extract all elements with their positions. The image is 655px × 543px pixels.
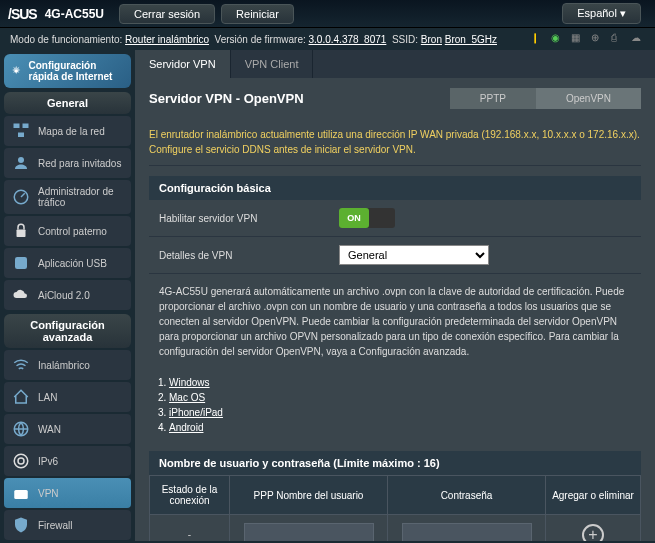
basic-config-header: Configuración básica [149,176,641,200]
user-table: Estado de la conexión PPP Nombre del usu… [149,475,641,541]
brand-logo: /SUS [8,6,37,22]
col-action: Agregar o eliminar [546,476,641,515]
signal-icon[interactable]: ❙ [531,32,545,46]
description-text: 4G-AC55U generará automáticamente un arc… [149,274,641,369]
col-password: Contraseña [388,476,546,515]
model-name: 4G-AC55U [45,7,104,21]
svg-rect-1 [14,124,20,129]
page-title: Servidor VPN - OpenVPN [149,91,304,106]
nav-lan[interactable]: LAN [4,382,131,412]
nav-network-map[interactable]: Mapa de la red [4,116,131,146]
cloud-icon[interactable]: ☁ [631,32,645,46]
section-advanced: Configuración avanzada [4,314,131,348]
ssid-24[interactable]: Bron [421,34,442,45]
shield-icon [12,516,30,534]
enable-vpn-label: Habilitar servidor VPN [159,213,339,224]
nav-aicloud[interactable]: AiCloud 2.0 [4,280,131,310]
user-table-header: Nombre de usuario y contraseña (Límite m… [149,451,641,475]
section-general: General [4,92,131,114]
tabs: Servidor VPN VPN Client [135,50,655,78]
os-ios[interactable]: iPhone/iPad [169,405,621,420]
nav-wireless[interactable]: Inalámbrico [4,350,131,380]
svg-rect-7 [15,257,27,269]
top-bar: /SUS 4G-AC55U Cerrar sesión Reiniciar Es… [0,0,655,28]
os-android[interactable]: Android [169,420,621,435]
svg-point-10 [18,458,24,464]
nav-firewall[interactable]: Firewall [4,510,131,540]
password-input[interactable] [402,523,532,541]
wifi-icon[interactable]: ◉ [551,32,565,46]
warning-text: El enrutador inalámbrico actualmente uti… [149,119,641,166]
usb-app-icon [12,254,30,272]
ssid-5[interactable]: Bron_5GHz [445,34,497,45]
wifi-nav-icon [12,356,30,374]
nav-wan[interactable]: WAN [4,414,131,444]
reboot-button[interactable]: Reiniciar [221,4,294,24]
vpn-type-openvpn[interactable]: OpenVPN [536,88,641,109]
nav-parental[interactable]: Control paterno [4,216,131,246]
gear-icon [10,61,23,81]
home-icon [12,388,30,406]
vpn-details-select[interactable]: General [339,245,489,265]
tab-vpn-server[interactable]: Servidor VPN [135,50,231,78]
usb-icon[interactable]: ⎙ [611,32,625,46]
vpn-icon [12,484,30,502]
nav-guest[interactable]: Red para invitados [4,148,131,178]
vpn-type-pptp[interactable]: PPTP [450,88,536,109]
network-icon [12,122,30,140]
os-macos[interactable]: Mac OS [169,390,621,405]
svg-rect-6 [17,230,26,238]
lock-icon [12,222,30,240]
qis-button[interactable]: Configuración rápida de Internet [4,54,131,88]
globe-icon[interactable]: ⊕ [591,32,605,46]
nav-vpn[interactable]: VPN [4,478,131,508]
globe-nav-icon [12,420,30,438]
nav-ipv6[interactable]: IPv6 [4,446,131,476]
table-row: - + [150,515,641,542]
col-status: Estado de la conexión [150,476,230,515]
add-user-button[interactable]: + [582,524,604,542]
meter-icon [12,188,30,206]
ipv6-icon [12,452,30,470]
enable-vpn-toggle[interactable]: ON [339,208,395,228]
username-input[interactable] [244,523,374,541]
mode-link[interactable]: Router inalámbrico [125,34,209,45]
os-windows[interactable]: Windows [169,375,621,390]
nav-usb[interactable]: Aplicación USB [4,248,131,278]
main-panel: Servidor VPN VPN Client Servidor VPN - O… [135,50,655,541]
info-bar: Modo de funcionamiento: Router inalámbri… [0,28,655,50]
svg-point-4 [18,157,24,163]
logout-button[interactable]: Cerrar sesión [119,4,215,24]
tab-vpn-client[interactable]: VPN Client [231,50,314,78]
nav-traffic[interactable]: Administrador de tráfico [4,180,131,214]
svg-rect-11 [14,490,28,499]
vpn-details-label: Detalles de VPN [159,250,339,261]
modem-icon[interactable]: ▦ [571,32,585,46]
sidebar: Configuración rápida de Internet General… [0,50,135,541]
svg-rect-3 [18,133,24,138]
guest-icon [12,154,30,172]
language-select[interactable]: Español ▾ [562,3,641,24]
os-list: Windows Mac OS iPhone/iPad Android [149,369,641,441]
svg-point-9 [14,454,28,468]
svg-rect-2 [23,124,29,129]
col-username: PPP Nombre del usuario [230,476,388,515]
svg-point-12 [17,493,20,496]
cloud-icon [12,286,30,304]
firmware-link[interactable]: 3.0.0.4.378_8071 [309,34,387,45]
